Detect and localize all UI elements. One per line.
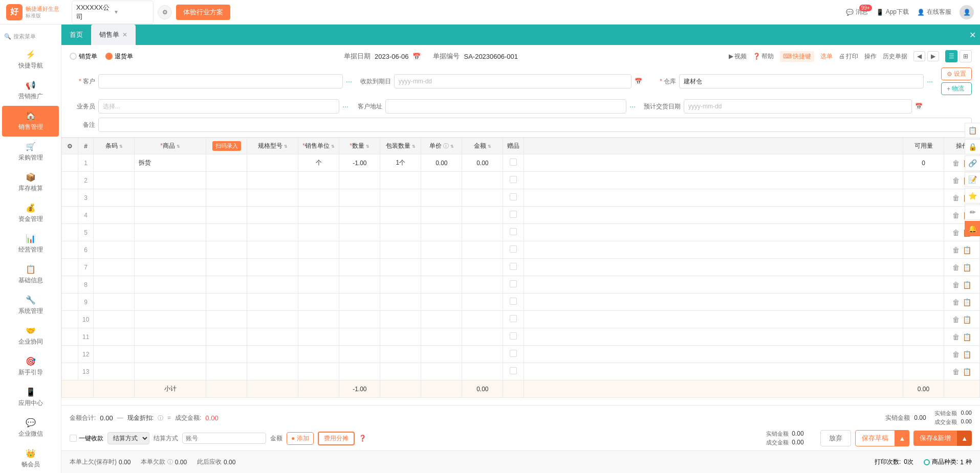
tab-sales-order[interactable]: 销售单 ✕ (91, 25, 136, 45)
expense-help-icon[interactable]: ❓ (359, 435, 366, 442)
cell-qty-6[interactable] (339, 259, 380, 276)
copy-icon-12[interactable]: 📋 (963, 368, 971, 376)
expense-button[interactable]: 费用分摊 (318, 432, 355, 445)
close-tab-icon[interactable]: ✕ (122, 31, 127, 38)
cell-amount-6[interactable] (462, 259, 503, 276)
cell-barcode-10[interactable] (94, 328, 135, 346)
save-draft-arrow-button[interactable]: ▲ (895, 430, 910, 446)
cell-pack-qty-7[interactable] (380, 276, 421, 294)
help-action[interactable]: ❓ 帮助 (753, 52, 774, 61)
cell-spec-7[interactable] (247, 276, 298, 294)
shortcut-action[interactable]: ⌨ 快捷键 (780, 51, 814, 62)
cell-unit-price-3[interactable] (421, 207, 462, 224)
gift-checkbox-2[interactable] (510, 193, 517, 200)
cell-remark-3[interactable] (524, 207, 903, 224)
copy-icon-11[interactable]: 📋 (963, 350, 971, 358)
cell-gift-6[interactable] (503, 259, 524, 276)
account-input[interactable] (182, 433, 266, 444)
cell-remark-11[interactable] (524, 346, 903, 363)
cell-unit-price-2[interactable] (421, 189, 462, 207)
cell-gift-8[interactable] (503, 294, 524, 311)
cell-spec-4[interactable] (247, 224, 298, 241)
goods-type-radio[interactable] (924, 459, 930, 465)
next-arrow[interactable]: ▶ (927, 51, 939, 61)
cell-pack-qty-10[interactable] (380, 328, 421, 346)
close-window-icon[interactable]: ✕ (969, 30, 976, 40)
cell-pack-qty-2[interactable] (380, 189, 421, 207)
save-draft-button[interactable]: 保存草稿 (855, 430, 895, 446)
expected-date-calendar-icon[interactable]: 📅 (915, 103, 923, 110)
side-float-item-5[interactable]: ⭐ (965, 188, 980, 204)
side-float-item-6[interactable]: ✏ (965, 205, 980, 220)
cell-product-4[interactable] (135, 224, 206, 241)
gift-checkbox-11[interactable] (510, 350, 517, 357)
cell-unit-2[interactable] (298, 189, 339, 207)
save-new-arrow-button[interactable]: ▲ (957, 431, 972, 446)
cell-qty-7[interactable] (339, 276, 380, 294)
customer-addr-input[interactable] (385, 99, 626, 114)
cell-remark-8[interactable] (524, 294, 903, 311)
trial-button[interactable]: 体验行业方案 (176, 5, 230, 20)
cell-pack-qty-9[interactable] (380, 311, 421, 328)
cell-unit-price-5[interactable] (421, 241, 462, 259)
cell-unit-10[interactable] (298, 328, 339, 346)
cell-barcode-7[interactable] (94, 276, 135, 294)
scan-button[interactable]: 扫码录入 (212, 141, 241, 151)
cell-amount-10[interactable] (462, 328, 503, 346)
cell-barcode-3[interactable] (94, 207, 135, 224)
bill-owed-info-icon[interactable]: ⓘ (167, 459, 173, 465)
delete-icon-2[interactable]: 🗑 (952, 194, 960, 202)
delete-icon-10[interactable]: 🗑 (952, 333, 960, 341)
company-selector[interactable]: XXXXXX公司 ▼ (72, 1, 154, 24)
cell-pack-qty-0[interactable]: 1个 (380, 154, 421, 172)
cell-product-1[interactable] (135, 172, 206, 189)
cell-gift-11[interactable] (503, 346, 524, 363)
cell-barcode-8[interactable] (94, 294, 135, 311)
delete-icon-6[interactable]: 🗑 (952, 263, 960, 272)
cell-barcode-1[interactable] (94, 172, 135, 189)
gift-checkbox-6[interactable] (510, 263, 517, 270)
cell-spec-8[interactable] (247, 294, 298, 311)
cell-qty-12[interactable] (339, 363, 380, 380)
cell-qty-0[interactable]: -1.00 (339, 154, 380, 172)
cell-gift-3[interactable] (503, 207, 524, 224)
discard-button[interactable]: 放弃 (820, 430, 851, 446)
cell-product-10[interactable] (135, 328, 206, 346)
cell-qty-5[interactable] (339, 241, 380, 259)
radio-sale-option[interactable]: 销货单 (70, 52, 97, 61)
cell-gift-2[interactable] (503, 189, 524, 207)
cell-qty-3[interactable] (339, 207, 380, 224)
cell-product-9[interactable] (135, 311, 206, 328)
cell-qty-2[interactable] (339, 189, 380, 207)
cell-qty-1[interactable] (339, 172, 380, 189)
cell-amount-0[interactable]: 0.00 (462, 154, 503, 172)
delete-icon-9[interactable]: 🗑 (952, 316, 960, 324)
side-float-item-2[interactable]: 🔒 (965, 139, 980, 154)
cell-remark-7[interactable] (524, 276, 903, 294)
cell-unit-8[interactable] (298, 294, 339, 311)
settings-button[interactable]: ⚙ (158, 5, 172, 19)
cell-unit-11[interactable] (298, 346, 339, 363)
notes-input[interactable] (98, 118, 972, 132)
logistics-button[interactable]: + 物流 (941, 82, 972, 95)
sidebar-item-shortcut[interactable]: ⚡ 快捷导航 (0, 44, 61, 75)
cell-remark-12[interactable] (524, 363, 903, 380)
cell-spec-12[interactable] (247, 363, 298, 380)
side-float-item-7[interactable]: 🔔 (965, 221, 980, 236)
sidebar-item-purchase[interactable]: 🛒 采购管理 (0, 137, 61, 167)
sidebar-item-sales[interactable]: 🏠 销售管理 (2, 106, 59, 137)
cell-spec-1[interactable] (247, 172, 298, 189)
sidebar-item-apps[interactable]: 📱 应用中心 (0, 382, 61, 413)
gift-checkbox-4[interactable] (510, 228, 517, 235)
gift-checkbox-3[interactable] (510, 211, 517, 218)
cell-qty-8[interactable] (339, 294, 380, 311)
save-new-button[interactable]: 保存&新增 (913, 431, 957, 446)
cell-unit-9[interactable] (298, 311, 339, 328)
sidebar-item-guide[interactable]: 🎯 新手引导 (0, 351, 61, 382)
expected-date-input[interactable]: yyyy-mm-dd (684, 99, 912, 114)
sidebar-item-basic[interactable]: 📋 基础信息 (0, 259, 61, 290)
cell-product-3[interactable] (135, 207, 206, 224)
warehouse-input[interactable]: 建材仓 (679, 74, 924, 88)
gift-checkbox-8[interactable] (510, 298, 517, 305)
cell-barcode-12[interactable] (94, 363, 135, 380)
